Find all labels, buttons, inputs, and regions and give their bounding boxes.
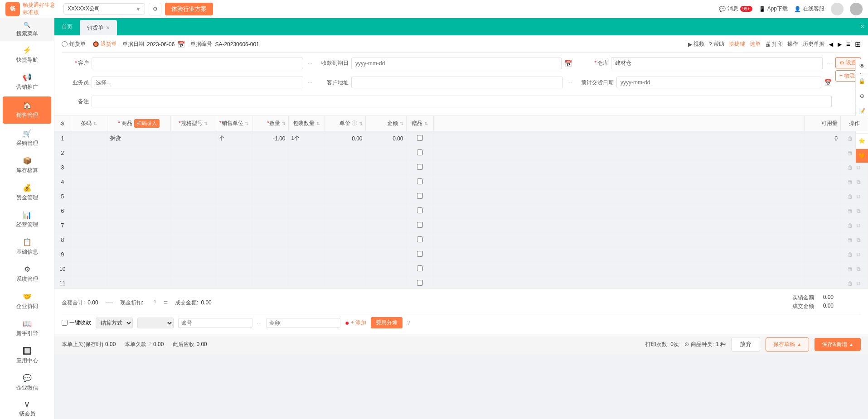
sidebar-item-finance[interactable]: 💰 资金管理 — [0, 179, 54, 206]
history-btn[interactable]: 历史单据 — [803, 40, 824, 48]
note-input[interactable] — [92, 96, 832, 107]
ops-btn[interactable]: 操作 — [787, 40, 798, 48]
scan-barcode-button[interactable]: 扫码录入 — [134, 119, 160, 128]
row-delete-icon-9[interactable]: 🗑 — [848, 251, 853, 258]
cell-product-3[interactable] — [107, 160, 170, 175]
shortcut-btn[interactable]: 快捷键 — [729, 40, 745, 48]
salesperson-dots-btn[interactable]: ··· — [308, 79, 312, 86]
online-service-button[interactable]: 👤 在线客服 — [794, 5, 824, 13]
fee-split-button[interactable]: 费用分摊 — [371, 317, 402, 328]
fee-help-icon[interactable]: ? — [407, 320, 410, 326]
row-copy-icon-4[interactable]: ⧉ — [857, 179, 861, 185]
row-delete-icon-10[interactable]: 🗑 — [848, 266, 853, 272]
rf-btn-3[interactable]: ⊙ — [855, 89, 868, 103]
customer-input[interactable] — [92, 58, 303, 69]
video-btn[interactable]: ▶ 视频 — [688, 40, 704, 48]
one-click-pay-checkbox[interactable]: 一键收款 — [62, 319, 91, 327]
rf-btn-1[interactable]: 👁 — [855, 59, 868, 73]
warehouse-dots-btn[interactable]: ··· — [827, 60, 832, 67]
rf-btn-2[interactable]: 🔒 — [855, 74, 868, 88]
sidebar-item-wechat[interactable]: 💬 企业微信 — [0, 369, 54, 396]
select-btn[interactable]: 选单 — [750, 40, 761, 48]
row-copy-icon-6[interactable]: ⧉ — [857, 208, 861, 214]
account-input[interactable] — [178, 318, 252, 328]
row-copy-icon-3[interactable]: ⧉ — [857, 164, 861, 171]
cell-product-2[interactable] — [107, 146, 170, 160]
unit-sort-icon[interactable]: ⇅ — [245, 121, 248, 126]
company-selector[interactable]: XXXXXX公司 ▼ — [63, 3, 145, 14]
row-delete-icon-4[interactable]: 🗑 — [848, 179, 853, 185]
row-copy-icon-11[interactable]: ⧉ — [857, 280, 861, 287]
barcode-sort-icon[interactable]: ⇅ — [93, 121, 97, 126]
add-payment-button[interactable]: ● + 添加 — [345, 319, 366, 327]
sidebar-item-operations[interactable]: 📊 经营管理 — [0, 206, 54, 233]
cell-product-4[interactable] — [107, 175, 170, 189]
nav-prev-icon[interactable]: ◀ — [829, 41, 833, 48]
nav-next-icon[interactable]: ▶ — [838, 41, 842, 48]
addr-dots-btn[interactable]: ··· — [567, 79, 572, 86]
radio-return[interactable]: 退货单 — [93, 40, 117, 48]
sidebar-item-sales[interactable]: 🏠 销售管理 — [3, 96, 51, 124]
row-delete-icon-11[interactable]: 🗑 — [848, 280, 853, 287]
save-draft-button[interactable]: 保存草稿 ▲ — [766, 337, 809, 352]
warehouse-input[interactable]: 建材仓 — [611, 57, 823, 69]
row-copy-icon-9[interactable]: ⧉ — [857, 251, 861, 258]
price-info-icon[interactable]: ⓘ — [352, 120, 357, 126]
cell-product-5[interactable] — [107, 189, 170, 204]
avatar-2[interactable] — [850, 3, 863, 15]
price-sort-icon[interactable]: ⇅ — [359, 121, 363, 126]
abandon-button[interactable]: 放弃 — [731, 337, 760, 352]
amount-input[interactable] — [266, 318, 340, 328]
print-btn[interactable]: 🖨 打印 — [765, 40, 783, 48]
cell-product-10[interactable] — [107, 262, 170, 276]
list-view-icon[interactable]: ≡ — [846, 40, 850, 48]
sidebar-item-search[interactable]: 🔍 搜索菜单 — [0, 18, 54, 41]
row-delete-icon-8[interactable]: 🗑 — [848, 237, 853, 243]
customer-dots-btn[interactable]: ··· — [308, 60, 312, 67]
customer-addr-input[interactable] — [351, 77, 563, 88]
tab-bar-close-icon[interactable]: × — [860, 23, 864, 31]
sidebar-item-enterprise[interactable]: 🤝 企业协同 — [0, 288, 54, 315]
rf-btn-6[interactable]: ⭐ — [855, 134, 868, 148]
product-type-icon[interactable]: ⊙ — [684, 341, 689, 347]
message-button[interactable]: 💬 消息 99+ — [719, 5, 752, 13]
qty-sort-icon[interactable]: ⇅ — [282, 121, 286, 126]
sidebar-item-inventory[interactable]: 📦 库存核算 — [0, 152, 54, 179]
cell-product-7[interactable] — [107, 218, 170, 233]
pkgqty-sort-icon[interactable]: ⇅ — [316, 121, 320, 126]
gift-sort-icon[interactable]: ⇅ — [424, 121, 428, 126]
sidebar-item-basic-info[interactable]: 📋 基础信息 — [0, 233, 54, 260]
cell-product-6[interactable] — [107, 204, 170, 218]
tab-sales-order[interactable]: 销货单 × — [80, 20, 117, 35]
sidebar-item-quick-nav[interactable]: ⚡ 快捷导航 — [0, 41, 54, 68]
row-delete-icon-3[interactable]: 🗑 — [848, 164, 853, 171]
help-calc-icon[interactable]: ? — [153, 299, 156, 306]
row-delete-icon-2[interactable]: 🗑 — [848, 150, 853, 156]
amount-sort-icon[interactable]: ⇅ — [400, 121, 403, 126]
row-delete-icon-1[interactable]: 🗑 — [848, 135, 853, 142]
tab-home[interactable]: 首页 — [54, 18, 80, 35]
settings-gear-button[interactable]: ⚙ — [149, 3, 161, 15]
cell-product-11[interactable] — [107, 276, 170, 289]
trial-button[interactable]: 体验行业方案 — [165, 3, 213, 15]
radio-sale[interactable]: 销货单 — [62, 40, 86, 48]
settle-method-select[interactable]: 结算方式 — [96, 318, 133, 328]
sidebar-item-member[interactable]: V 畅会员 — [0, 396, 54, 419]
cell-product-1[interactable]: 拆货 — [107, 131, 170, 146]
th-gear[interactable]: ⚙ — [54, 116, 71, 131]
cell-product-9[interactable] — [107, 247, 170, 262]
expected-date-calendar-icon[interactable]: 📅 — [824, 79, 832, 86]
spec-sort-icon[interactable]: ⇅ — [204, 121, 208, 126]
sidebar-item-purchase[interactable]: 🛒 采购管理 — [0, 125, 54, 152]
sidebar-item-system[interactable]: ⚙ 系统管理 — [0, 260, 54, 288]
cell-product-8[interactable] — [107, 233, 170, 247]
avatar[interactable] — [831, 3, 844, 15]
payment-date-calendar-icon[interactable]: 📅 — [564, 60, 572, 67]
rf-btn-7[interactable]: 🧡 — [855, 149, 868, 163]
row-delete-icon-7[interactable]: 🗑 — [848, 222, 853, 229]
sidebar-item-marketing[interactable]: 📢 营销推广 — [0, 68, 54, 96]
row-copy-icon-10[interactable]: ⧉ — [857, 266, 861, 272]
grid-view-icon[interactable]: ⊞ — [855, 40, 861, 48]
help-btn[interactable]: ? 帮助 — [709, 40, 724, 48]
row-delete-icon-5[interactable]: 🗑 — [848, 193, 853, 200]
